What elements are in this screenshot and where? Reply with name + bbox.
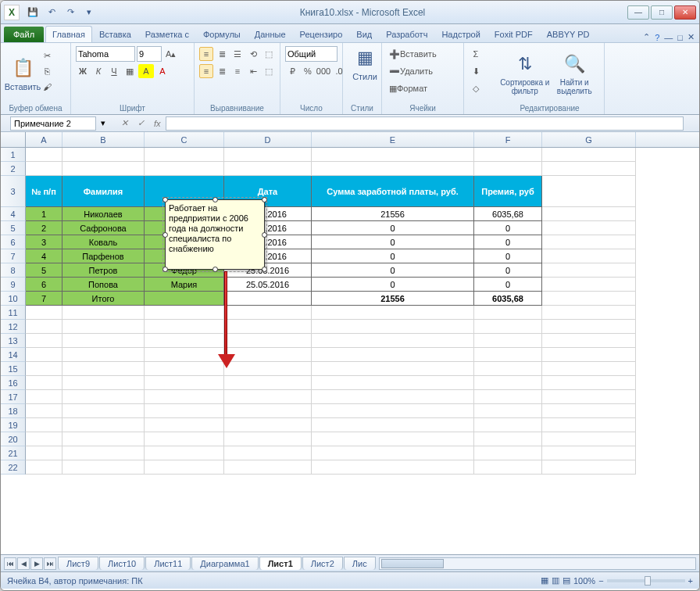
cell[interactable]: 0 [474, 263, 542, 278]
cell[interactable]: 7 [26, 292, 62, 306]
cell[interactable] [145, 320, 224, 334]
cell[interactable] [542, 334, 636, 348]
cell[interactable]: 0 [312, 235, 474, 249]
cell[interactable] [26, 418, 62, 432]
col-header[interactable]: E [312, 132, 474, 147]
cell[interactable] [542, 418, 636, 432]
bold-button[interactable]: Ж [76, 64, 90, 78]
cell[interactable] [542, 263, 636, 278]
cell[interactable] [312, 376, 474, 390]
row-header[interactable]: 4 [1, 207, 26, 221]
table-header[interactable]: № п/п [26, 176, 62, 207]
cell[interactable] [26, 348, 62, 362]
sheet-tab[interactable]: Лист1 [259, 557, 302, 570]
orientation-button[interactable]: ⟲ [246, 47, 260, 61]
cell[interactable] [542, 235, 636, 249]
resize-handle[interactable] [212, 267, 218, 272]
wrap-text-button[interactable]: ⬚ [262, 47, 276, 61]
view-normal-icon[interactable]: ▦ [541, 575, 548, 586]
row-header[interactable]: 17 [1, 390, 26, 404]
sheet-tab[interactable]: Лист11 [145, 557, 191, 570]
font-color-button[interactable]: A [155, 64, 170, 78]
row-header[interactable]: 22 [1, 460, 26, 475]
cell[interactable] [542, 148, 636, 162]
cell[interactable] [542, 162, 636, 176]
sheet-nav-next[interactable]: ▶ [30, 557, 43, 570]
cell[interactable]: 2 [26, 221, 62, 235]
tab-layout[interactable]: Разметка с [138, 26, 196, 42]
tab-home[interactable]: Главная [45, 26, 92, 42]
name-box[interactable] [10, 116, 96, 131]
sheet-tab[interactable]: Лист10 [99, 557, 145, 570]
cell[interactable]: 0 [312, 221, 474, 235]
cell[interactable]: 25.05.2016 [224, 278, 312, 292]
cell[interactable] [26, 460, 62, 475]
cell[interactable] [224, 306, 312, 320]
cell[interactable] [312, 446, 474, 460]
cell[interactable] [145, 432, 224, 446]
merge-button[interactable]: ⬚ [262, 64, 276, 78]
redo-button[interactable]: ↷ [62, 4, 79, 21]
cell[interactable] [312, 334, 474, 348]
currency-button[interactable]: ₽ [285, 64, 299, 78]
cell[interactable] [145, 334, 224, 348]
cell[interactable] [474, 334, 542, 348]
cell[interactable] [474, 418, 542, 432]
align-middle-button[interactable]: ≣ [215, 47, 229, 61]
resize-handle[interactable] [262, 232, 267, 238]
row-header[interactable]: 2 [1, 162, 26, 176]
workbook-minimize-icon[interactable]: — [664, 33, 673, 42]
cell[interactable] [145, 404, 224, 418]
qat-dropdown[interactable]: ▾ [80, 4, 98, 21]
cell[interactable] [312, 432, 474, 446]
tab-review[interactable]: Рецензиро [293, 26, 350, 42]
zoom-out-button[interactable]: − [598, 576, 603, 586]
row-header[interactable]: 12 [1, 320, 26, 334]
row-header[interactable]: 21 [1, 446, 26, 460]
resize-handle[interactable] [162, 232, 168, 238]
cell[interactable] [26, 306, 62, 320]
cell[interactable] [542, 292, 636, 306]
cell[interactable]: Итого [62, 292, 145, 306]
cell[interactable] [474, 162, 542, 176]
fx-icon[interactable]: fx [154, 119, 161, 128]
col-header[interactable]: A [26, 132, 62, 147]
cell[interactable]: 6035,68 [474, 207, 542, 221]
cell[interactable] [26, 334, 62, 348]
cell[interactable] [312, 404, 474, 418]
underline-button[interactable]: Ч [107, 64, 121, 78]
cell[interactable] [145, 418, 224, 432]
cell[interactable]: Парфенов [62, 249, 145, 263]
align-left-button[interactable]: ≡ [199, 64, 213, 78]
cell[interactable] [542, 221, 636, 235]
workbook-restore-icon[interactable]: □ [677, 33, 683, 42]
cell[interactable] [542, 278, 636, 292]
cell[interactable] [62, 432, 145, 446]
row-header[interactable]: 1 [1, 148, 26, 162]
scrollbar-thumb[interactable] [381, 559, 444, 568]
cell[interactable] [26, 320, 62, 334]
row-header[interactable]: 9 [1, 278, 26, 292]
cell[interactable] [145, 306, 224, 320]
tab-data[interactable]: Данные [248, 26, 293, 42]
worksheet[interactable]: A B C D E F G 123№ п/пФамилияДатаСумма з… [1, 132, 699, 554]
cell[interactable] [474, 376, 542, 390]
resize-handle[interactable] [162, 197, 168, 202]
cell[interactable] [312, 148, 474, 162]
cell[interactable] [542, 320, 636, 334]
format-cells-button[interactable]: ▦ Формат [387, 81, 430, 95]
cell[interactable] [474, 348, 542, 362]
undo-button[interactable]: ↶ [43, 4, 60, 21]
clear-button[interactable]: ◇ [469, 81, 483, 95]
col-header[interactable]: F [474, 132, 542, 147]
cell[interactable] [26, 362, 62, 376]
row-header[interactable]: 3 [1, 176, 26, 207]
cell[interactable] [62, 162, 145, 176]
cell[interactable] [26, 404, 62, 418]
cell[interactable] [224, 148, 312, 162]
comment-popup[interactable]: Работает на предприятии с 2006 года на д… [165, 199, 265, 270]
cell[interactable] [26, 376, 62, 390]
cell[interactable] [224, 334, 312, 348]
cell[interactable] [62, 334, 145, 348]
cell[interactable] [62, 418, 145, 432]
